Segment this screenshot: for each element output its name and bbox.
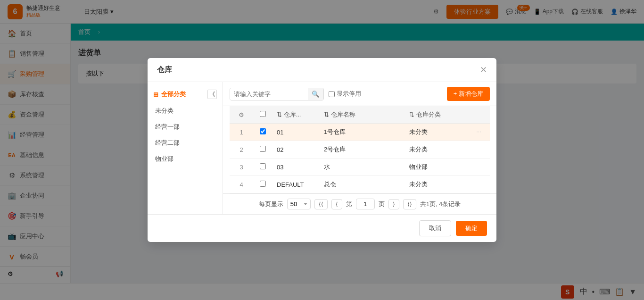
table-gear-icon[interactable]: ⚙	[239, 111, 244, 118]
confirm-button[interactable]: 确定	[456, 221, 487, 236]
row-id: DEFAULT	[272, 176, 319, 193]
row-cat: 未分类···	[405, 124, 490, 141]
sort-icon-name: ⇅	[324, 111, 329, 118]
row-name: 2号仓库	[319, 141, 405, 158]
modal-body: ⊞ 全部分类 《 未分类 经营一部 经营二部 物业部	[148, 82, 496, 214]
col-header-id[interactable]: ⇅ 仓库...	[272, 106, 319, 124]
page-number-input[interactable]	[356, 199, 375, 209]
cat-item-unclassified[interactable]: 未分类	[148, 103, 223, 119]
col-header-check	[253, 106, 272, 124]
sort-icon-id: ⇅	[277, 111, 282, 118]
page-label: 第	[346, 200, 352, 208]
all-cat-label: 全部分类	[161, 90, 186, 99]
category-panel: ⊞ 全部分类 《 未分类 经营一部 经营二部 物业部	[148, 82, 223, 214]
show-disabled-label[interactable]: 显示停用	[329, 90, 361, 98]
sort-icon-cat: ⇅	[409, 111, 414, 118]
row-id: 01	[272, 124, 319, 141]
search-input[interactable]	[230, 88, 308, 100]
right-toolbar: 🔍 显示停用 + 新增仓库	[223, 82, 496, 106]
prev-page-button[interactable]: ⟨	[331, 199, 342, 209]
row-num: 2	[230, 141, 253, 158]
table-row[interactable]: 4 DEFAULT 总仓 未分类	[230, 176, 490, 193]
row-name: 1号仓库	[319, 124, 405, 141]
first-page-button[interactable]: ⟨⟨	[314, 199, 328, 209]
warehouse-table: ⚙ ⇅ 仓库... ⇅	[223, 106, 496, 193]
search-wrap: 🔍	[230, 88, 324, 100]
modal-header: 仓库 ✕	[148, 58, 496, 82]
next-page-button[interactable]: ⟩	[388, 199, 399, 209]
table-row[interactable]: 1 01 1号仓库 未分类···	[230, 124, 490, 141]
all-categories[interactable]: ⊞ 全部分类 《	[148, 86, 223, 103]
col-header-gear: ⚙	[230, 106, 253, 124]
add-warehouse-button[interactable]: + 新增仓库	[447, 87, 490, 101]
pagination-bar: 每页显示 50 100 ⟨⟨ ⟨ 第 页 ⟩ ⟩⟩ 共1页, 4条记录	[223, 193, 496, 214]
row-num: 3	[230, 158, 253, 176]
row-more-btn[interactable]: ···	[476, 128, 481, 135]
row-num: 4	[230, 176, 253, 193]
grid-icon: ⊞	[153, 91, 158, 98]
row-id: 03	[272, 158, 319, 176]
modal-footer: 取消 确定	[148, 214, 496, 242]
wh-data-table: ⚙ ⇅ 仓库... ⇅	[230, 106, 490, 193]
page-suffix: 页	[379, 200, 385, 208]
row-check[interactable]	[253, 141, 272, 158]
search-button[interactable]: 🔍	[308, 88, 323, 100]
total-label: 共1页, 4条记录	[420, 200, 461, 208]
show-disabled-checkbox[interactable]	[329, 91, 335, 97]
table-row[interactable]: 3 03 水 物业部	[230, 158, 490, 176]
last-page-button[interactable]: ⟩⟩	[403, 199, 416, 209]
table-row[interactable]: 2 02 2号仓库 未分类	[230, 141, 490, 158]
modal-close-button[interactable]: ✕	[480, 65, 487, 75]
select-all-checkbox[interactable]	[260, 111, 266, 117]
row-check[interactable]	[253, 176, 272, 193]
row-name: 水	[319, 158, 405, 176]
right-panel: 🔍 显示停用 + 新增仓库 ⚙	[223, 82, 496, 214]
cat-collapse-button[interactable]: 《	[207, 90, 217, 99]
show-disabled-text: 显示停用	[337, 90, 361, 98]
row-cat: 未分类	[405, 141, 490, 158]
modal-overlay: 仓库 ✕ ⊞ 全部分类 《 未分类 经营一部 经营二部	[0, 0, 644, 300]
warehouse-modal: 仓库 ✕ ⊞ 全部分类 《 未分类 经营一部 经营二部	[148, 58, 496, 242]
per-page-select[interactable]: 50 100	[287, 199, 311, 209]
row-check[interactable]	[253, 124, 272, 141]
row-num: 1	[230, 124, 253, 141]
row-name: 总仓	[319, 176, 405, 193]
cat-item-ops1[interactable]: 经营一部	[148, 119, 223, 135]
cancel-button[interactable]: 取消	[419, 220, 451, 236]
per-page-label: 每页显示	[259, 200, 283, 208]
row-id: 02	[272, 141, 319, 158]
row-cat: 未分类	[405, 176, 490, 193]
col-header-name[interactable]: ⇅ 仓库名称	[319, 106, 405, 124]
row-cat: 物业部	[405, 158, 490, 176]
modal-title: 仓库	[157, 65, 172, 75]
col-header-cat[interactable]: ⇅ 仓库分类	[405, 106, 490, 124]
row-check[interactable]	[253, 158, 272, 176]
cat-item-property[interactable]: 物业部	[148, 151, 223, 167]
cat-item-ops2[interactable]: 经营二部	[148, 135, 223, 151]
